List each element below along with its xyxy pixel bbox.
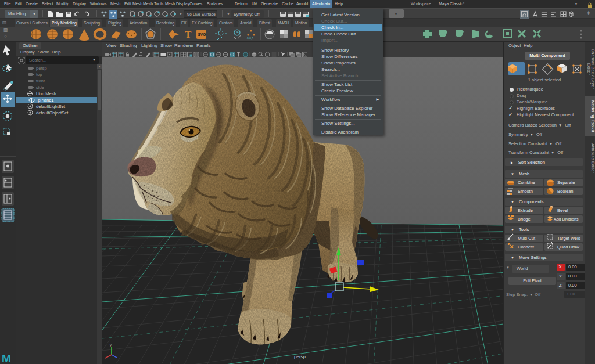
svg-text:M: M <box>2 352 11 364</box>
svg-text:y: y <box>110 343 112 347</box>
svg-text:T: T <box>185 29 192 40</box>
svg-text:persp: persp <box>294 354 306 359</box>
svg-text:0,0,0: 0,0,0 <box>247 37 253 40</box>
svg-text:SVG: SVG <box>198 33 206 37</box>
